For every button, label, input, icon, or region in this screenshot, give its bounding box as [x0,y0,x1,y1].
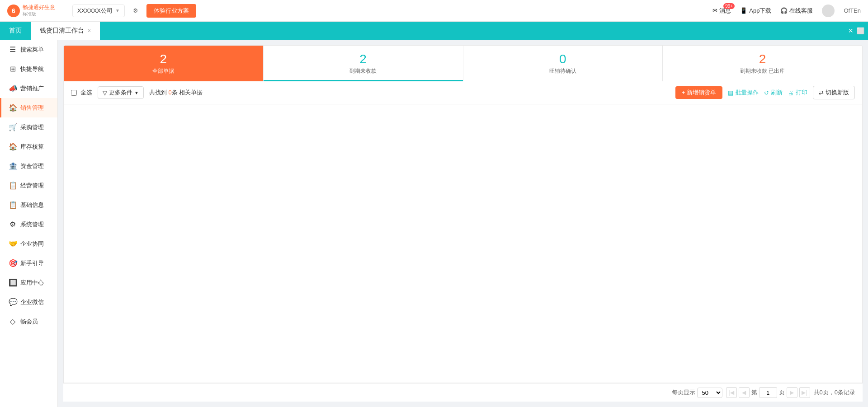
stat-num-overdue: 2 [273,52,454,66]
system-icon: ⚙ [9,220,17,229]
stats-bar: 2 全部单据 2 到期未收款 0 旺辅待确认 2 到期未收款 已出库 [63,45,863,81]
guide-icon: 🎯 [9,259,17,267]
stat-label-overdue: 到期未收款 [273,67,454,75]
stat-card-all[interactable]: 2 全部单据 [64,46,263,81]
app-download-label: App下载 [749,7,771,15]
found-prefix: 共找到 [149,89,167,96]
stat-label-pending: 旺辅待确认 [472,67,654,75]
print-button[interactable]: 🖨 打印 [788,89,807,97]
sidebar-item-member[interactable]: ◇ 畅会员 [0,312,57,331]
message-button[interactable]: ✉ 消息 99+ [712,7,731,15]
switch-button[interactable]: ⇄ 切换新版 [813,86,855,99]
found-unit: 条 [172,89,178,96]
restore-icon[interactable]: ⬜ [857,27,864,34]
sidebar-item-purchase[interactable]: 🛒 采购管理 [0,117,57,137]
stat-card-pending[interactable]: 0 旺辅待确认 [463,46,663,81]
content-area: 2 全部单据 2 到期未收款 0 旺辅待确认 2 到期未收款 已出库 全 [58,40,868,407]
online-service-button[interactable]: 🎧 在线客服 [780,7,813,15]
prev-page-button[interactable]: ◀ [739,387,750,398]
nav-tabs: 首页 钱货日清工作台 × × ⬜ [0,22,868,40]
logo-badge: 标准版 [23,11,55,17]
switch-icon: ⇄ [819,89,824,96]
stat-label-overdue-out: 到期未收款 已出库 [672,67,853,75]
avatar-name: OfTEn [844,7,861,14]
message-badge: 99+ [723,3,735,9]
sidebar-item-coop[interactable]: 🤝 企业协同 [0,234,57,253]
company-selector[interactable]: XXXXXX公司 ▼ [72,5,125,17]
refresh-icon: ↺ [764,89,769,96]
select-all-checkbox[interactable] [71,90,77,96]
sidebar-item-sales[interactable]: 🏠 销售管理 [0,98,57,117]
filter-button[interactable]: ▽ 更多条件 ▼ [98,86,144,99]
tab-home[interactable]: 首页 [0,22,31,40]
sidebar-item-label: 搜索菜单 [20,46,44,54]
total-records: 共0页，0条记录 [814,388,855,397]
trial-button[interactable]: 体验行业方案 [146,4,196,18]
sidebar-item-label: 企业协同 [20,240,44,248]
print-label: 打印 [796,89,807,97]
found-text: 共找到 0条 相关单据 [149,89,203,97]
logo-area: 6 畅捷通好生意 标准版 [7,4,65,18]
sidebar-item-label: 应用中心 [20,279,44,287]
sidebar-item-marketing[interactable]: 📣 营销推广 [0,79,57,98]
stat-card-overdue[interactable]: 2 到期未收款 [263,46,463,81]
table-area [63,104,863,383]
sidebar-item-finance[interactable]: 🏦 资金管理 [0,156,57,176]
switch-label: 切换新版 [826,89,849,97]
next-page-button[interactable]: ▶ [787,387,797,398]
sidebar-item-quicknav[interactable]: ⊞ 快捷导航 [0,59,57,79]
batch-button[interactable]: ▤ 批量操作 [728,89,759,97]
sidebar-item-guide[interactable]: 🎯 新手引导 [0,253,57,273]
app-icon: 📱 [740,7,747,14]
tab-active[interactable]: 钱货日清工作台 × [31,22,100,40]
sidebar-item-wechat[interactable]: 💬 企业微信 [0,292,57,312]
sidebar-item-report[interactable]: 📋 经营管理 [0,176,57,195]
first-page-button[interactable]: |◀ [726,387,737,398]
last-page-button[interactable]: ▶| [799,387,810,398]
filter-label: 更多条件 [109,89,132,97]
sidebar-item-label: 采购管理 [20,123,44,131]
gear-icon: ⚙ [133,7,138,14]
close-icon[interactable]: × [848,26,853,36]
tab-window-actions: × ⬜ [848,26,868,36]
page-number-input[interactable] [759,387,777,398]
settings-button[interactable]: ⚙ [129,5,142,17]
batch-label: 批量操作 [735,89,759,97]
found-suffix: 相关单据 [179,89,203,96]
sidebar-item-label: 系统管理 [20,220,44,229]
sidebar-item-label: 快捷导航 [20,65,44,73]
stat-num-all: 2 [73,52,254,66]
sidebar-item-stock[interactable]: 🏠 库存核算 [0,137,57,156]
sidebar-item-label: 销售管理 [20,104,44,112]
sales-icon: 🏠 [9,103,17,112]
report-icon: 📋 [9,181,17,190]
tab-close-icon[interactable]: × [88,28,91,34]
refresh-button[interactable]: ↺ 刷新 [764,89,783,97]
stock-icon: 🏠 [9,142,17,151]
found-count: 0 [169,89,172,96]
sidebar-item-system[interactable]: ⚙ 系统管理 [0,215,57,234]
chevron-icon: ▼ [134,90,139,95]
stat-num-overdue-out: 2 [672,52,853,66]
quicknav-icon: ⊞ [9,65,17,73]
add-order-button[interactable]: + 新增销货单 [675,86,722,99]
avatar[interactable] [822,5,835,17]
search-menu-icon: ☰ [9,45,17,54]
refresh-label: 刷新 [771,89,783,97]
wechat-icon: 💬 [9,298,17,306]
sidebar-item-appcenter[interactable]: 🔲 应用中心 [0,273,57,292]
service-icon: 🎧 [780,7,788,14]
per-page-select[interactable]: 50 10 20 100 [697,388,722,398]
sidebar-item-search[interactable]: ☰ 搜索菜单 [0,40,57,59]
pagination: |◀ ◀ 第 页 ▶ ▶| [726,387,810,398]
pagination-bar: 每页显示 50 10 20 100 |◀ ◀ 第 页 ▶ ▶| 共0页，0条记录 [63,383,863,402]
logo-icon: 6 [7,5,20,17]
coop-icon: 🤝 [9,239,17,248]
top-header: 6 畅捷通好生意 标准版 XXXXXX公司 ▼ ⚙ 体验行业方案 ✉ 消息 99… [0,0,868,22]
sidebar-item-base[interactable]: 📋 基础信息 [0,195,57,215]
stat-card-overdue-out[interactable]: 2 到期未收款 已出库 [663,46,862,81]
sidebar-item-label: 畅会员 [20,318,38,326]
app-download-button[interactable]: 📱 App下载 [740,7,771,15]
print-icon: 🖨 [788,89,794,96]
filter-icon: ▽ [103,89,107,96]
